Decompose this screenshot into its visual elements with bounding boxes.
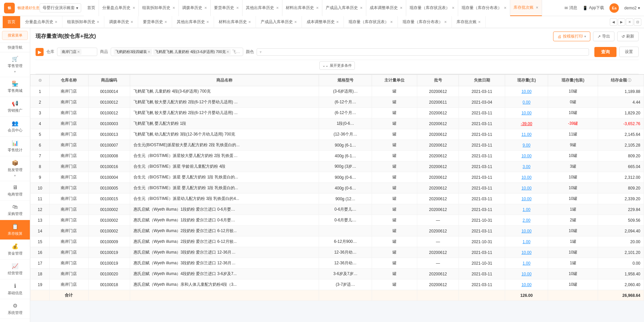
table-cell[interactable]: 10.00 [505, 194, 548, 204]
close-tab-icon[interactable]: ✕ [504, 6, 506, 10]
close-nav-tab-icon[interactable]: ✕ [478, 20, 481, 24]
table-cell[interactable]: 1.00 [505, 236, 548, 247]
top-tab[interactable]: 库存批次账✕ [510, 0, 542, 16]
app-download-btn[interactable]: 📱 App下载 [583, 5, 604, 11]
close-nav-tab-icon[interactable]: ✕ [390, 20, 393, 24]
table-cell[interactable]: 9.00 [505, 140, 548, 151]
table-cell[interactable]: 10.00 [505, 279, 548, 290]
close-tab-icon[interactable]: ✕ [276, 6, 279, 10]
table-cell[interactable]: 2.00 [505, 215, 548, 226]
product-filter[interactable]: 飞鹤奶粉3段四罐装 ✕ 飞鹤星飞帆 儿童奶粉 4段(3-6岁适用) 700克 ✕… [111, 48, 243, 56]
query-btn[interactable]: 查询 [594, 47, 616, 57]
avatar[interactable]: Ea [609, 3, 619, 13]
close-tab-icon[interactable]: ✕ [132, 6, 135, 10]
nav-tab[interactable]: 材料出库单历史 ✕ [214, 16, 256, 28]
sidebar-item-会员中心[interactable]: 👥会员中心 [0, 117, 30, 137]
qty-link[interactable]: 10.00 [522, 175, 532, 180]
user-name[interactable]: demo2 ▾ [624, 6, 640, 10]
table-cell[interactable]: 10.00 [505, 269, 548, 279]
nav-tab[interactable]: 组装拆卸单历史 ✕ [62, 16, 104, 28]
table-cell[interactable]: 10.00 [505, 247, 548, 258]
top-tab[interactable]: 现存量（库存状况表）✕ [406, 0, 458, 16]
close-tab-icon[interactable]: ✕ [172, 6, 175, 10]
qty-link[interactable]: 1.00 [523, 261, 530, 266]
menu-btn[interactable]: ⊡ [634, 18, 641, 26]
qty-link[interactable]: 10.00 [522, 272, 532, 276]
company-dropdown[interactable]: 母婴行业演示账套 ▾ [40, 3, 81, 12]
qty-link[interactable]: 10.00 [522, 229, 532, 233]
top-tab[interactable]: 首页 [84, 0, 99, 16]
sidebar-item-库存核算[interactable]: 📋库存核算 [0, 220, 30, 240]
qty-link[interactable]: 11.00 [522, 132, 532, 137]
sidebar-item-电商管理[interactable]: 🖥电商管理 [0, 181, 30, 201]
qty-link[interactable]: 10.00 [522, 282, 532, 287]
close-nav-tab-icon[interactable]: ✕ [444, 20, 447, 24]
nav-tab[interactable]: 要货单历史 ✕ [138, 16, 172, 28]
close-tab-icon[interactable]: ✕ [452, 6, 454, 10]
qty-link[interactable]: 9.00 [523, 143, 530, 148]
print-template-btn[interactable]: 🖨 按模板打印 ▾ [553, 32, 590, 41]
nav-tab[interactable]: 产成品入库单历史 ✕ [256, 16, 302, 28]
qty-link[interactable]: 10.00 [522, 154, 532, 158]
close-tab-icon[interactable]: ✕ [236, 6, 239, 10]
sidebar-item-批发管理[interactable]: 📦批发管理▾ [0, 156, 30, 181]
sidebar-item-营销推广[interactable]: 📢营销推广 [0, 97, 30, 117]
close-tab-icon[interactable]: ✕ [204, 6, 207, 10]
top-tab[interactable]: 组装拆卸单历史✕ [139, 0, 179, 16]
top-tab[interactable]: 成本调整单历史✕ [366, 0, 406, 16]
close-tab-icon[interactable]: ✕ [400, 6, 402, 10]
qty-link[interactable]: 10.00 [522, 197, 532, 201]
table-cell[interactable]: 11.00 [505, 129, 548, 140]
message-btn[interactable]: ✉ 消息 [565, 5, 577, 11]
table-cell[interactable]: -39.00 [505, 118, 548, 129]
qty-link[interactable]: 10.00 [522, 250, 532, 255]
table-cell[interactable]: 0.00 [505, 97, 548, 108]
qty-link[interactable]: 1.00 [523, 239, 530, 244]
nav-tab[interactable]: 现存量（库存状况表） ✕ [344, 16, 398, 28]
table-cell[interactable]: 3.00 [505, 161, 548, 172]
close-tab-icon[interactable]: ✕ [360, 6, 363, 10]
qty-link[interactable]: 2.00 [523, 218, 530, 223]
sidebar-item-采购管理[interactable]: 🛍采购管理 [0, 201, 30, 220]
table-cell[interactable]: 1.00 [505, 258, 548, 269]
info-icon[interactable]: ⓘ [628, 78, 631, 82]
next-tab-btn[interactable]: ▶ [618, 18, 625, 26]
top-tab[interactable]: 分量盘点单历史✕ [99, 0, 139, 16]
qty-link[interactable]: 10.00 [522, 89, 532, 94]
filter-expand-btn[interactable]: ▶ [36, 48, 44, 56]
qty-link[interactable]: -39.00 [521, 121, 532, 126]
qty-link[interactable]: 0.00 [523, 100, 530, 105]
sidebar-item-零售统计[interactable]: 📊零售统计 [0, 137, 30, 156]
sidebar-item-资金管理[interactable]: 💰资金管理 [0, 240, 30, 260]
search-menu-btn[interactable]: 搜索菜单 [2, 31, 28, 40]
close-nav-tab-icon[interactable]: ✕ [164, 20, 167, 24]
sidebar-item-系统管理[interactable]: ⚙系统管理 [0, 299, 30, 319]
close-nav-tab-icon[interactable]: ✕ [248, 20, 251, 24]
top-tab[interactable]: 产成品入库单历史✕ [322, 0, 366, 16]
remove-product-tag-1[interactable]: ✕ [148, 50, 150, 54]
qty-link[interactable]: 10.00 [522, 186, 532, 191]
prev-tab-btn[interactable]: ◀ [610, 18, 617, 26]
close-all-btn[interactable]: ✕ [626, 18, 633, 26]
top-tab[interactable]: 材料出库单历史✕ [282, 0, 322, 16]
sidebar-item-零售管理[interactable]: 🛒零售管理▾ [0, 52, 30, 77]
sidebar-item-企业协同[interactable]: 🤝企业协同 [0, 319, 30, 322]
quick-nav-btn[interactable]: 快捷导航 [0, 43, 30, 52]
top-tab[interactable]: 要货单历史✕ [211, 0, 243, 16]
settings-btn[interactable]: 设置 [619, 47, 639, 57]
table-cell[interactable]: 10.00 [505, 183, 548, 194]
top-tab[interactable]: 调拨单历史✕ [179, 0, 211, 16]
remove-product-tag-2[interactable]: ✕ [226, 50, 229, 54]
top-tab[interactable]: 其他出库单历史✕ [243, 0, 282, 16]
remove-warehouse-tag[interactable]: ✕ [77, 50, 80, 54]
table-cell[interactable]: 10.00 [505, 86, 548, 97]
close-tab-icon[interactable]: ✕ [536, 6, 538, 9]
refresh-btn[interactable]: ↺ 刷新 [617, 32, 639, 41]
warehouse-filter[interactable]: 南岸门店 ✕ [57, 48, 97, 56]
sidebar-item-零售商城[interactable]: 🏪零售商城 [0, 77, 30, 97]
qty-link[interactable]: 1.00 [523, 207, 530, 212]
nav-tab[interactable]: 现存量（库存分布表） ✕ [398, 16, 452, 28]
nav-tab[interactable]: 调拨单历史 ✕ [104, 16, 138, 28]
qty-link[interactable]: 10.00 [522, 111, 532, 115]
close-nav-tab-icon[interactable]: ✕ [97, 20, 99, 24]
